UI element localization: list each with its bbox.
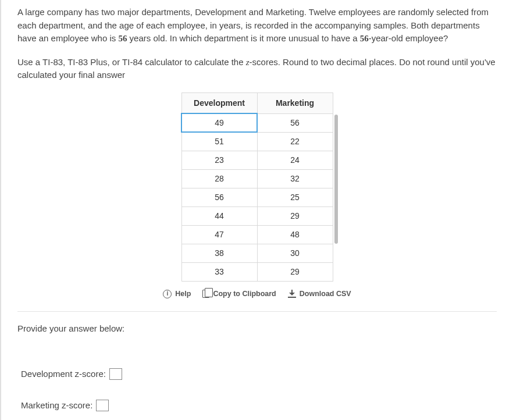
copy-label: Copy to Clipboard — [213, 290, 276, 298]
answer-prompt: Provide your answer below: — [17, 323, 497, 333]
question-paragraph-1: A large company has two major department… — [17, 6, 497, 45]
help-label: Help — [175, 290, 191, 298]
table-row: 4956 — [181, 113, 333, 132]
marketing-zscore-input[interactable] — [96, 400, 109, 411]
copy-icon — [202, 290, 209, 298]
scrollbar-thumb[interactable] — [334, 115, 338, 244]
table-row: 4429 — [181, 207, 333, 225]
question-text: years old. In which department is it mor… — [127, 33, 359, 43]
table-cell[interactable]: 29 — [257, 207, 333, 225]
bold-number: 56 — [118, 34, 127, 43]
question-text: Use a TI-83, TI-83 Plus, or TI-84 calcul… — [17, 57, 246, 67]
table-cell[interactable]: 33 — [181, 262, 257, 281]
download-label: Download CSV — [300, 290, 351, 298]
bold-number: 56 — [360, 34, 369, 43]
table-row: 2832 — [181, 169, 333, 188]
help-button[interactable]: i Help — [163, 290, 191, 298]
table-row: 3830 — [181, 244, 333, 262]
development-zscore-input[interactable] — [109, 368, 122, 380]
table-cell[interactable]: 32 — [257, 169, 333, 188]
table-row: 5625 — [181, 188, 333, 207]
table-cell[interactable]: 47 — [181, 225, 257, 244]
table-row: 2324 — [181, 151, 333, 169]
marketing-zscore-row: Marketing z-score: — [21, 400, 497, 411]
table-row: 5122 — [181, 132, 333, 151]
table-cell[interactable]: 25 — [257, 188, 333, 207]
table-toolbar: i Help Copy to Clipboard Download CSV — [17, 290, 497, 298]
table-cell[interactable]: 51 — [181, 132, 257, 151]
info-icon: i — [163, 290, 172, 298]
table-cell[interactable]: 49 — [181, 113, 257, 132]
table-row: 4748 — [181, 225, 333, 244]
copy-to-clipboard-button[interactable]: Copy to Clipboard — [202, 290, 276, 298]
table-cell[interactable]: 44 — [181, 207, 257, 225]
table-scrollbar[interactable] — [334, 115, 338, 280]
table-cell[interactable]: 28 — [181, 169, 257, 188]
column-header-development[interactable]: Development — [181, 92, 257, 113]
table-row: 3329 — [181, 262, 333, 281]
question-text: -year-old employee? — [369, 33, 448, 43]
table-cell[interactable]: 24 — [257, 151, 333, 169]
question-paragraph-2: Use a TI-83, TI-83 Plus, or TI-84 calcul… — [17, 56, 497, 82]
development-zscore-row: Development z-score: — [21, 368, 497, 380]
data-table[interactable]: Development Marketing 495651222324283256… — [181, 92, 333, 282]
table-cell[interactable]: 48 — [257, 225, 333, 244]
column-header-marketing[interactable]: Marketing — [257, 92, 333, 113]
section-divider — [17, 311, 497, 312]
marketing-zscore-label: Marketing z-score: — [21, 400, 92, 410]
table-cell[interactable]: 56 — [181, 188, 257, 207]
development-zscore-label: Development z-score: — [21, 369, 106, 379]
table-cell[interactable]: 56 — [257, 113, 333, 132]
table-cell[interactable]: 29 — [257, 262, 333, 281]
table-cell[interactable]: 23 — [181, 151, 257, 169]
table-cell[interactable]: 38 — [181, 244, 257, 262]
table-cell[interactable]: 22 — [257, 132, 333, 151]
download-csv-button[interactable]: Download CSV — [288, 290, 351, 298]
table-cell[interactable]: 30 — [257, 244, 333, 262]
download-icon — [288, 290, 296, 298]
